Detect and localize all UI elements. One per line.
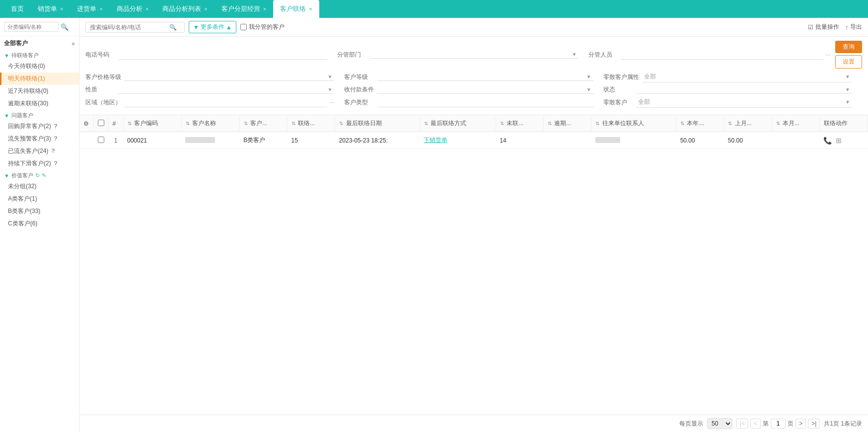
sidebar-item-7days[interactable]: 近7天待联络(0) [0, 85, 79, 97]
nav-home[interactable]: 首页 [4, 0, 31, 18]
nav-close-purchase-order[interactable]: × [99, 6, 102, 12]
nature-select[interactable]: ▼ [118, 86, 334, 94]
page-input[interactable] [771, 419, 786, 429]
th-this-year[interactable]: ⇅ 本年... [676, 115, 724, 132]
nav-customer-contact[interactable]: 客户联络 × [273, 0, 319, 18]
gear-icon[interactable]: ⚙ [83, 120, 89, 127]
dept-select[interactable]: ▼ [370, 51, 579, 59]
nav-close-sales-order[interactable]: × [60, 6, 63, 12]
sidebar-group-problem[interactable]: ▼ 问题客户 [0, 110, 79, 120]
page-unit: 页 [788, 420, 794, 428]
sidebar-item-churned[interactable]: 已流失客户(24) ？ [0, 145, 79, 157]
value-group-refresh-icon[interactable]: ↻ [35, 172, 40, 179]
my-customers-checkbox-label[interactable]: 我分管的客户 [240, 23, 285, 31]
sidebar-item-class-c[interactable]: C类客户(6) [0, 217, 79, 230]
next-page-button[interactable]: > [796, 419, 806, 429]
nav-close-customer-layered[interactable]: × [263, 6, 266, 12]
th-checkbox [93, 115, 108, 132]
nav-close-product-analysis-list[interactable]: × [204, 6, 207, 12]
area-more-icon[interactable]: ··· [329, 99, 334, 106]
th-uncontacted[interactable]: ⇅ 未联... [496, 115, 543, 132]
status-caret-icon: ▼ [845, 87, 850, 92]
filter-row-4: 区域（地区） ··· 客户类型 零散客户 全部 ▼ [85, 97, 862, 108]
th-last-contact-method[interactable]: ⇅ 最后联络方式 [420, 115, 496, 132]
retail-customer-select[interactable]: 全部 ▼ [636, 97, 852, 108]
nav-purchase-order[interactable]: 进货单 × [70, 0, 109, 18]
batch-op-button[interactable]: ☑ 批量操作 [808, 23, 839, 31]
person-more-icon[interactable]: ··· [825, 51, 830, 58]
th-overdue[interactable]: ⇅ 逾期... [543, 115, 591, 132]
sidebar-search-input[interactable] [4, 22, 59, 32]
sidebar-group-pending[interactable]: ▼ 待联络客户 [0, 50, 79, 60]
sidebar-item-churn-warning[interactable]: 流失预警客户(3) ？ [0, 133, 79, 145]
customer-level-select[interactable]: ▼ [377, 73, 593, 81]
payment-select[interactable]: ▼ [377, 86, 593, 94]
dept-label: 分管部门 [337, 51, 367, 59]
th-customer-code[interactable]: ⇅ 客户编码 [123, 115, 181, 132]
sidebar-item-class-a[interactable]: A类客户(1) [0, 193, 79, 205]
prev-page-button[interactable]: < [750, 419, 761, 429]
action-grid-icon[interactable]: ⊞ [836, 137, 842, 144]
customer-type-input[interactable] [377, 98, 593, 107]
export-button[interactable]: ↑ 导出 [845, 23, 862, 31]
filter-cell-retail-attr: 零散客户属性 全部 ▼ [603, 72, 852, 82]
th-last-contact-date[interactable]: ⇅ 最后联络日期 [335, 115, 420, 132]
sidebar-item-declining[interactable]: 持续下滑客户(2) ？ [0, 157, 79, 170]
nav-product-analysis[interactable]: 商品分析 × [110, 0, 155, 18]
sidebar-item-overdue[interactable]: 逾期未联络(30) [0, 97, 79, 110]
nav-customer-layered[interactable]: 客户分层经营 × [215, 0, 273, 18]
sidebar-group-value[interactable]: ▼ 价值客户 ↻ ✎ [0, 170, 79, 180]
payment-label: 收付款条件 [344, 85, 374, 94]
more-filters-button[interactable]: ▼ 更多条件 ▲ [189, 21, 236, 33]
sidebar-item-ungrouped[interactable]: 未分组(32) [0, 180, 79, 193]
search-icon[interactable]: 🔍 [169, 24, 177, 31]
table-select-all-checkbox[interactable] [98, 120, 104, 126]
last-page-button[interactable]: >| [808, 419, 820, 429]
status-select[interactable]: ▼ [636, 86, 852, 94]
phone-input[interactable] [118, 50, 327, 60]
th-partner-contact[interactable]: ⇅ 往来单位联系人 [591, 115, 676, 132]
nature-caret-icon: ▼ [327, 87, 332, 92]
query-button[interactable]: 查询 [835, 41, 862, 53]
retail-customer-caret-icon: ▼ [845, 99, 850, 105]
toolbar-right: ☑ 批量操作 ↑ 导出 [808, 23, 862, 31]
sidebar-item-today[interactable]: 今天待联络(0) [0, 60, 79, 72]
nav-sales-order[interactable]: 销货单 × [31, 0, 70, 18]
th-customer-name[interactable]: ⇅ 客户名称 [181, 115, 239, 132]
sidebar-search-icon[interactable]: 🔍 [61, 23, 69, 31]
page-label: 第 [763, 420, 769, 428]
search-input[interactable] [90, 24, 169, 31]
person-input[interactable] [621, 50, 823, 60]
th-gear: ⚙ [79, 115, 93, 132]
filter-cell-status: 状态 ▼ [603, 85, 852, 94]
sidebar-item-class-b[interactable]: B类客户(33) [0, 205, 79, 217]
th-customer-type[interactable]: ⇅ 客户... [239, 115, 287, 132]
nav-product-analysis-list[interactable]: 商品分析列表 × [155, 0, 214, 18]
filter-cell-customer-level: 客户等级 ▼ [344, 73, 593, 81]
last-contact-method-link[interactable]: 下销货单 [424, 137, 447, 144]
my-customers-checkbox[interactable] [240, 24, 247, 30]
sidebar-item-repurchase-abnormal[interactable]: 回购异常客户(2) ？ [0, 120, 79, 133]
table-row: 1 000021 B类客户 15 2023-05-23 18:25: 下销货单 … [79, 132, 868, 149]
settings-button[interactable]: 设置 [835, 55, 862, 69]
sort-icon-type: ⇅ [244, 121, 248, 126]
sort-icon-partner: ⇅ [595, 121, 599, 126]
th-last-month[interactable]: ⇅ 上月... [724, 115, 772, 132]
nav-close-product-analysis[interactable]: × [145, 6, 148, 12]
customer-table: ⚙ # ⇅ 客户编码 ⇅ 客户名称 [79, 115, 868, 149]
sidebar-all-customers[interactable]: 全部客户 « [0, 36, 79, 50]
retail-attr-select[interactable]: 全部 ▼ [642, 72, 852, 82]
td-this-month [772, 132, 819, 149]
page-size-select[interactable]: 50 100 200 [707, 418, 732, 429]
nav-close-customer-contact[interactable]: × [309, 6, 312, 12]
th-this-month[interactable]: ⇅ 本月... [772, 115, 819, 132]
sidebar-item-tomorrow[interactable]: 明天待联络(1) [0, 72, 79, 85]
first-page-button[interactable]: |< [736, 419, 748, 429]
price-level-select[interactable]: ▼ [124, 73, 334, 81]
sort-icon-code: ⇅ [128, 121, 132, 126]
action-phone-icon[interactable]: 📞 [823, 137, 832, 144]
area-input[interactable] [124, 98, 327, 107]
value-group-edit-icon[interactable]: ✎ [42, 172, 46, 179]
th-contact-count[interactable]: ⇅ 联络... [287, 115, 335, 132]
row-checkbox[interactable] [98, 137, 104, 143]
